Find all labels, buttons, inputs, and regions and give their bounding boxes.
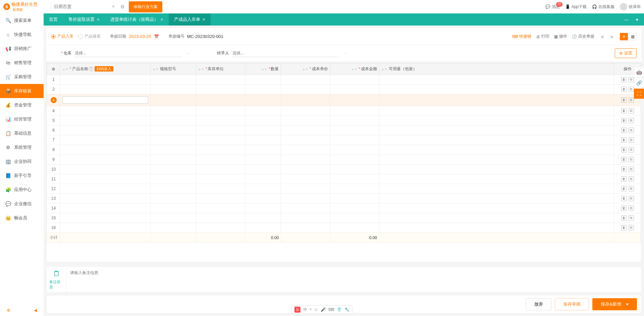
cell-qty[interactable] xyxy=(245,85,281,94)
view-card-toggle[interactable]: ▦ xyxy=(629,33,637,40)
delete-row-icon[interactable]: 🗑 xyxy=(621,176,627,182)
cell-avail[interactable] xyxy=(379,85,614,94)
table-row[interactable]: 7🗑⧉ xyxy=(47,135,641,145)
cell-unit[interactable] xyxy=(196,106,245,116)
cell-qty[interactable] xyxy=(245,75,281,85)
copy-row-icon[interactable]: ⧉ xyxy=(629,215,634,221)
table-row[interactable]: 14🗑⧉ xyxy=(47,204,641,213)
cell-price[interactable] xyxy=(281,135,330,145)
cell-unit[interactable] xyxy=(196,194,245,204)
sidebar-item-11[interactable]: 📘新手引导 xyxy=(0,169,44,183)
cell-amount[interactable] xyxy=(330,155,379,165)
copy-row-icon[interactable]: ⧉ xyxy=(629,167,634,172)
cell-qty[interactable] xyxy=(245,126,281,135)
col-product-name[interactable]: ▲▼*产品名称?扫码录入 xyxy=(60,63,151,75)
remark-textarea[interactable] xyxy=(67,267,641,292)
calendar-icon[interactable]: 📅 xyxy=(154,34,159,39)
cell-amount[interactable] xyxy=(330,126,379,135)
warehouse-picker-icon[interactable]: ⋯ xyxy=(185,51,190,56)
table-row[interactable]: 16🗑⧉ xyxy=(47,223,641,233)
sidebar-item-10[interactable]: 🏢企业协同 xyxy=(0,154,44,169)
cell-amount[interactable] xyxy=(330,106,379,116)
cell-name[interactable] xyxy=(60,204,151,213)
float-link-icon[interactable]: 🔗 xyxy=(634,78,644,88)
table-row[interactable]: 13🗑⧉ xyxy=(47,194,641,204)
cell-name[interactable] xyxy=(60,223,151,233)
copy-row-icon[interactable]: ⧉ xyxy=(629,108,634,114)
help-icon[interactable]: ? xyxy=(89,67,93,71)
sidebar-item-5[interactable]: 📦库存核算 xyxy=(0,84,44,98)
tab-1[interactable]: 售价提取设置✕ xyxy=(63,13,105,26)
cell-amount[interactable] xyxy=(330,145,379,155)
cell-qty[interactable] xyxy=(245,223,281,233)
cell-avail[interactable] xyxy=(379,165,614,174)
category-gear-icon[interactable]: ⚙ xyxy=(120,4,125,9)
date-value[interactable]: 2023-03-20 xyxy=(129,34,151,39)
cell-avail[interactable] xyxy=(379,116,614,126)
sidebar-item-0[interactable]: 🔍搜索菜单 xyxy=(0,13,44,28)
cell-name[interactable] xyxy=(60,194,151,204)
sidebar-gear-icon[interactable]: ⚙ xyxy=(7,308,10,313)
cell-spec[interactable] xyxy=(151,174,196,184)
user-menu[interactable]: 徐泽华 xyxy=(620,3,641,10)
mode-in-radio[interactable]: 产品入库 xyxy=(51,34,73,39)
cell-unit[interactable] xyxy=(196,135,245,145)
cell-name[interactable] xyxy=(60,165,151,174)
delete-row-icon[interactable]: 🗑 xyxy=(621,97,627,103)
table-row[interactable]: 2🗑⧉ xyxy=(47,85,641,94)
cell-price[interactable] xyxy=(281,116,330,126)
cell-name[interactable] xyxy=(60,213,151,223)
cell-amount[interactable] xyxy=(330,135,379,145)
copy-row-icon[interactable]: ⧉ xyxy=(629,118,634,123)
cell-amount[interactable] xyxy=(330,184,379,194)
cell-avail[interactable] xyxy=(379,204,614,213)
cell-qty[interactable] xyxy=(245,213,281,223)
cell-unit[interactable] xyxy=(196,223,245,233)
cell-price[interactable] xyxy=(281,213,330,223)
tab-3[interactable]: 产成品入库单✕ xyxy=(169,13,211,26)
table-row[interactable]: 5🗑⧉ xyxy=(47,116,641,126)
cell-avail[interactable] xyxy=(379,174,614,184)
cell-name[interactable] xyxy=(60,116,151,126)
delete-row-icon[interactable]: 🗑 xyxy=(621,186,627,191)
sidebar-item-7[interactable]: 📊经营管理 xyxy=(0,112,44,126)
tab-0[interactable]: 首页 xyxy=(44,13,63,26)
cell-unit[interactable] xyxy=(196,75,245,85)
delete-row-icon[interactable]: 🗑 xyxy=(621,157,627,162)
cell-price[interactable] xyxy=(281,106,330,116)
cell-name[interactable] xyxy=(60,135,151,145)
table-row[interactable]: 8🗑⧉ xyxy=(47,145,641,155)
sidebar-item-2[interactable]: 📢营销推广 xyxy=(0,42,44,56)
cell-spec[interactable] xyxy=(151,126,196,135)
cell-avail[interactable] xyxy=(379,145,614,155)
cell-avail[interactable] xyxy=(379,194,614,204)
tab-dropdown-icon[interactable]: ▾ xyxy=(632,15,642,24)
col-price[interactable]: ▲▼*成本单价 xyxy=(281,63,330,75)
cell-spec[interactable] xyxy=(151,223,196,233)
cell-avail[interactable] xyxy=(379,135,614,145)
add-row-icon[interactable]: + xyxy=(51,97,57,103)
cell-qty[interactable] xyxy=(245,94,281,106)
category-select[interactable]: 日用百货 xyxy=(54,4,115,10)
delete-row-icon[interactable]: 🗑 xyxy=(621,196,627,201)
cell-qty[interactable] xyxy=(245,204,281,213)
cell-price[interactable] xyxy=(281,204,330,213)
tab-2[interactable]: 进货单统计表（按商品）✕ xyxy=(105,13,169,26)
tab-minimize-icon[interactable]: — xyxy=(621,15,631,24)
copy-row-icon[interactable]: ⧉ xyxy=(629,196,634,201)
cell-amount[interactable] xyxy=(330,223,379,233)
cell-avail[interactable] xyxy=(379,155,614,165)
copy-row-icon[interactable]: ⧉ xyxy=(629,225,634,230)
cell-amount[interactable] xyxy=(330,94,379,106)
cell-name[interactable] xyxy=(60,85,151,94)
cell-avail[interactable] xyxy=(379,126,614,135)
cell-unit[interactable] xyxy=(196,165,245,174)
table-row[interactable]: +🗑⧉ xyxy=(47,94,641,106)
cell-amount[interactable] xyxy=(330,213,379,223)
table-row[interactable]: 4🗑⧉ xyxy=(47,106,641,116)
delete-row-icon[interactable]: 🗑 xyxy=(621,108,627,114)
cell-qty[interactable] xyxy=(245,155,281,165)
cell-unit[interactable] xyxy=(196,145,245,155)
cell-spec[interactable] xyxy=(151,184,196,194)
messages-link[interactable]: 💬 消息 70 xyxy=(545,4,560,10)
